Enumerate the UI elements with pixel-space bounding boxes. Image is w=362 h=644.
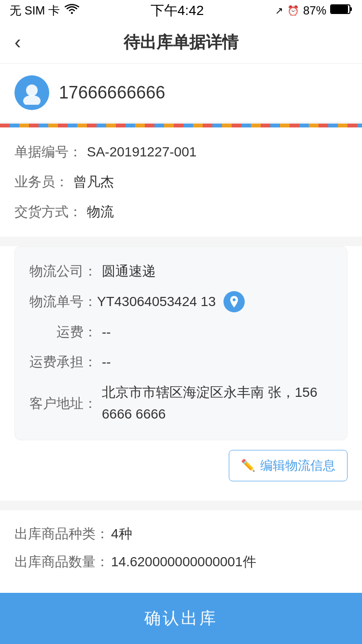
edit-logistics-button[interactable]: ✏️ 编辑物流信息 [229, 450, 348, 481]
user-header: 17666666666 [0, 64, 362, 122]
freight-bearer-row: 运费承担： -- [29, 352, 333, 372]
delivery-method-label: 交货方式： [14, 202, 82, 222]
logistics-company-label: 物流公司： [29, 261, 97, 281]
tracking-number-container: YT43064053424 13 [97, 291, 245, 312]
svg-point-4 [26, 84, 38, 96]
back-button[interactable]: ‹ [14, 31, 21, 53]
avatar [14, 75, 49, 110]
location-icon: ↗ [275, 5, 283, 16]
nav-bar: ‹ 待出库单据详情 [0, 21, 362, 64]
logistics-card: 物流公司： 圆通速递 物流单号： YT43064053424 13 运费： --… [14, 246, 348, 440]
svg-point-0 [71, 12, 73, 14]
goods-quantity-value: 14.620000000000001件 [111, 553, 256, 571]
wifi-icon [65, 4, 79, 17]
sales-person-value: 曾凡杰 [73, 172, 348, 192]
logistics-tracking-label: 物流单号： [29, 292, 97, 312]
page-title: 待出库单据详情 [124, 31, 238, 54]
customer-address-label: 客户地址： [29, 393, 97, 414]
logistics-company-row: 物流公司： 圆通速递 [29, 261, 333, 281]
delivery-method-row: 交货方式： 物流 [14, 202, 348, 222]
document-number-row: 单据编号： SA-20191227-001 [14, 142, 348, 162]
svg-point-6 [233, 298, 236, 301]
sales-person-row: 业务员： 曾凡杰 [14, 172, 348, 192]
battery-percent: 87% [303, 4, 326, 17]
location-icon[interactable] [223, 291, 245, 312]
confirm-button[interactable]: 确认出库 [0, 607, 362, 630]
freight-value: -- [102, 322, 333, 342]
document-number-value: SA-20191227-001 [87, 142, 348, 162]
customer-address-value: 北京市市辖区海淀区永丰南 张，156 6666 6666 [102, 382, 333, 425]
tracking-number-value: YT43064053424 13 [97, 292, 216, 312]
goods-type-label: 出库商品种类： [14, 525, 111, 543]
section-divider [0, 501, 362, 510]
delivery-method-value: 物流 [87, 202, 348, 222]
logistics-tracking-row: 物流单号： YT43064053424 13 [29, 291, 333, 312]
confirm-button-wrap: 确认出库 [0, 593, 362, 644]
edit-logistics-label: 编辑物流信息 [260, 457, 335, 474]
alarm-icon: ⏰ [287, 5, 299, 16]
customer-address-row: 客户地址： 北京市市辖区海淀区永丰南 张，156 6666 6666 [29, 382, 333, 425]
status-time: 下午4:42 [151, 1, 204, 20]
freight-row: 运费： -- [29, 322, 333, 342]
battery-icon [330, 4, 352, 17]
freight-bearer-label: 运费承担： [29, 352, 97, 372]
edit-icon: ✏️ [241, 459, 255, 472]
logistics-company-value: 圆通速递 [102, 261, 333, 281]
freight-label: 运费： [29, 322, 97, 342]
goods-type-value: 4种 [111, 525, 132, 543]
user-phone: 17666666666 [59, 83, 165, 103]
dashed-divider [0, 124, 362, 127]
order-info-section: 单据编号： SA-20191227-001 业务员： 曾凡杰 交货方式： 物流 [0, 127, 362, 237]
freight-bearer-value: -- [102, 352, 333, 372]
carrier-text: 无 SIM 卡 [10, 3, 60, 18]
edit-logistics-area: ✏️ 编辑物流信息 [0, 450, 362, 501]
document-number-label: 单据编号： [14, 142, 82, 162]
goods-quantity-row: 出库商品数量： 14.620000000000001件 [14, 553, 348, 571]
sales-person-label: 业务员： [14, 172, 69, 192]
status-right: ↗ ⏰ 87% [275, 4, 352, 17]
svg-rect-2 [350, 7, 352, 11]
goods-quantity-label: 出库商品数量： [14, 553, 111, 571]
svg-rect-3 [331, 5, 348, 13]
status-bar: 无 SIM 卡 下午4:42 ↗ ⏰ 87% [0, 0, 362, 21]
svg-point-5 [23, 95, 41, 105]
status-left: 无 SIM 卡 [10, 3, 79, 18]
goods-type-row: 出库商品种类： 4种 [14, 525, 348, 543]
